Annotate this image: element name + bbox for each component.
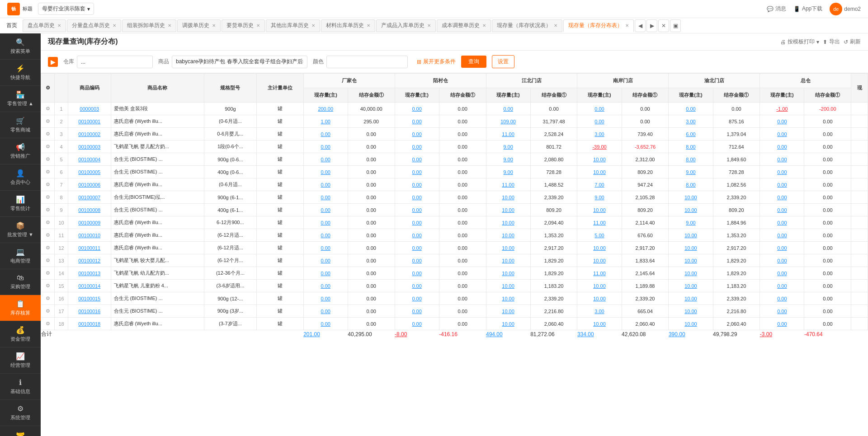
row-nanan-qty[interactable]: 10.00 [577, 280, 622, 292]
row-jiangbei-qty[interactable]: 10.00 [486, 204, 530, 216]
row-nanan-qty[interactable]: 10.00 [577, 166, 622, 178]
print-btn[interactable]: 🖨 按模板打印 ▾ [780, 38, 819, 46]
summary-yubei-qty[interactable]: 390.00 [669, 330, 713, 338]
row-total-qty[interactable]: 0.00 [760, 204, 804, 216]
row-factory-qty[interactable]: 1.00 [303, 115, 348, 128]
tab-menu-btn[interactable]: ▣ [670, 19, 681, 32]
close-icon[interactable]: ✕ [113, 23, 116, 28]
row-code[interactable]: 00100004 [68, 153, 111, 166]
row-gear[interactable]: ⚙ [41, 153, 55, 166]
row-code[interactable]: 00100016 [68, 305, 111, 318]
close-icon[interactable]: ✕ [427, 23, 431, 28]
row-total-qty[interactable]: 0.00 [760, 292, 804, 305]
tab-zuzhuang[interactable]: 组装拆卸单历史 ✕ [122, 19, 176, 32]
row-jiangbei-qty[interactable]: 11.00 [486, 128, 530, 141]
tab-kucun-dist[interactable]: 现存量（库存分布表） ✕ [563, 19, 634, 32]
row-mocun-qty[interactable]: 0.00 [395, 153, 439, 166]
settings-btn[interactable]: 设置 [492, 55, 514, 68]
row-factory-qty[interactable]: 0.00 [303, 141, 348, 153]
tab-yaohuo[interactable]: 要货单历史 ✕ [222, 19, 265, 32]
tab-chengbentiaoz[interactable]: 成本调整单历史 ✕ [437, 19, 491, 32]
sidebar-item-operation[interactable]: 📈 经营管理 [0, 347, 41, 374]
sidebar-item-inventory[interactable]: 📋 库存核算 [0, 295, 41, 321]
close-icon[interactable]: ✕ [554, 23, 557, 28]
row-nanan-qty[interactable]: 10.00 [577, 242, 622, 254]
row-code[interactable]: 00100014 [68, 280, 111, 292]
tab-kucun-status[interactable]: 现存量（库存状况表） ✕ [492, 19, 562, 32]
row-factory-qty[interactable]: 0.00 [303, 191, 348, 204]
row-yubei-qty[interactable]: 9.00 [669, 166, 713, 178]
close-icon[interactable]: ✕ [482, 23, 486, 28]
row-jiangbei-qty[interactable]: 10.00 [486, 305, 530, 318]
sidebar-item-enterprise[interactable]: 🤝 企业协同 [0, 426, 41, 436]
row-total-qty[interactable]: 0.00 [760, 191, 804, 204]
row-mocun-qty[interactable]: 0.00 [395, 166, 439, 178]
sidebar-item-finance[interactable]: 💰 资金管理 [0, 321, 41, 347]
row-total-qty[interactable]: 0.00 [760, 178, 804, 191]
row-nanan-qty[interactable]: 10.00 [577, 318, 622, 330]
row-nanan-qty[interactable]: 11.00 [577, 216, 622, 229]
expand-filter-btn[interactable]: ▶ [48, 57, 58, 67]
close-icon[interactable]: ✕ [311, 23, 315, 28]
export-btn[interactable]: ⬆ 导出 [823, 38, 840, 46]
row-mocun-qty[interactable]: 0.00 [395, 103, 439, 115]
row-mocun-qty[interactable]: 0.00 [395, 242, 439, 254]
tab-fenpandian[interactable]: 分量盘点单历史 ✕ [67, 19, 121, 32]
row-gear[interactable]: ⚙ [41, 229, 55, 242]
row-total-qty[interactable]: 0.00 [760, 115, 804, 128]
row-code[interactable]: 00100001 [68, 115, 111, 128]
row-nanan-qty[interactable]: 10.00 [577, 204, 622, 216]
row-total-qty[interactable]: 0.00 [760, 216, 804, 229]
color-input[interactable] [326, 56, 408, 68]
close-icon[interactable]: ✕ [168, 23, 171, 28]
row-jiangbei-qty[interactable]: 10.00 [486, 229, 530, 242]
row-yubei-qty[interactable]: 10.00 [669, 204, 713, 216]
tab-home[interactable]: 首页 [2, 19, 22, 32]
row-factory-qty[interactable]: 0.00 [303, 280, 348, 292]
row-mocun-qty[interactable]: 0.00 [395, 267, 439, 280]
row-jiangbei-qty[interactable]: 10.00 [486, 280, 530, 292]
row-yubei-qty[interactable]: 8.00 [669, 178, 713, 191]
row-factory-qty[interactable]: 0.00 [303, 166, 348, 178]
row-gear[interactable]: ⚙ [41, 103, 55, 115]
row-mocun-qty[interactable]: 0.00 [395, 305, 439, 318]
row-gear[interactable]: ⚙ [41, 141, 55, 153]
row-total-qty[interactable]: 0.00 [760, 242, 804, 254]
row-nanan-qty[interactable]: 7.00 [577, 178, 622, 191]
row-gear[interactable]: ⚙ [41, 178, 55, 191]
row-mocun-qty[interactable]: 0.00 [395, 115, 439, 128]
tab-diaobuo[interactable]: 调拨单历史 ✕ [177, 19, 221, 32]
refresh-btn[interactable]: ↺ 刷新 [844, 38, 861, 46]
row-nanan-qty[interactable]: 0.00 [577, 103, 622, 115]
sidebar-item-basics[interactable]: ℹ 基础信息 [0, 374, 41, 400]
row-yubei-qty[interactable]: 10.00 [669, 254, 713, 267]
row-factory-qty[interactable]: 0.00 [303, 204, 348, 216]
row-yubei-qty[interactable]: 6.00 [669, 128, 713, 141]
row-code[interactable]: 00100015 [68, 292, 111, 305]
row-factory-qty[interactable]: 0.00 [303, 318, 348, 330]
row-nanan-qty[interactable]: 10.00 [577, 254, 622, 267]
row-gear[interactable]: ⚙ [41, 292, 55, 305]
row-gear[interactable]: ⚙ [41, 166, 55, 178]
summary-total-qty[interactable]: -3.00 [760, 330, 804, 338]
row-factory-qty[interactable]: 0.00 [303, 153, 348, 166]
row-yubei-qty[interactable]: 10.00 [669, 229, 713, 242]
industry-select[interactable]: 母婴行业演示陈套 ▾ [38, 3, 94, 15]
close-icon[interactable]: ✕ [625, 23, 629, 28]
row-factory-qty[interactable]: 0.00 [303, 216, 348, 229]
row-nanan-qty[interactable]: 11.00 [577, 267, 622, 280]
row-nanan-qty[interactable]: 3.00 [577, 305, 622, 318]
row-jiangbei-qty[interactable]: 10.00 [486, 292, 530, 305]
row-yubei-qty[interactable]: 8.00 [669, 153, 713, 166]
sidebar-item-retail-mgmt[interactable]: 🏪 零售管理 ▲ [0, 86, 41, 112]
row-mocun-qty[interactable]: 0.00 [395, 141, 439, 153]
row-gear[interactable]: ⚙ [41, 115, 55, 128]
close-icon[interactable]: ✕ [212, 23, 216, 28]
row-code[interactable]: 00100010 [68, 229, 111, 242]
row-factory-qty[interactable]: 200.00 [303, 103, 348, 115]
row-code[interactable]: 0000003 [68, 103, 111, 115]
query-btn[interactable]: 查询 [461, 56, 486, 68]
row-gear[interactable]: ⚙ [41, 267, 55, 280]
row-mocun-qty[interactable]: 0.00 [395, 216, 439, 229]
row-jiangbei-qty[interactable]: 0.00 [486, 103, 530, 115]
